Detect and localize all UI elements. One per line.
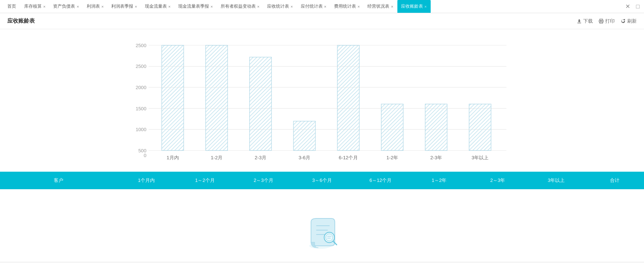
refresh-icon [621, 19, 626, 24]
svg-point-40 [326, 234, 333, 241]
svg-rect-23 [250, 57, 272, 150]
tab-ap-stat[interactable]: 应付统计表 × [297, 0, 330, 13]
col-1-2years: 1～2年 [410, 177, 468, 184]
print-button[interactable]: 打印 [599, 18, 615, 24]
svg-rect-0 [577, 23, 581, 23]
col-1month: 1个月内 [117, 177, 176, 184]
refresh-button[interactable]: 刷新 [621, 18, 637, 24]
minimize-button[interactable]: ✕ [624, 3, 632, 10]
close-tab-balance[interactable]: × [76, 4, 79, 9]
svg-rect-25 [293, 121, 315, 150]
close-tab-cashflow[interactable]: × [168, 4, 171, 9]
svg-text:2000: 2000 [136, 85, 146, 90]
close-tab-profit-quarterly[interactable]: × [135, 4, 137, 9]
chart-area: 2500 2500 2000 1500 1000 500 0 1月内 1-2月 … [0, 29, 644, 172]
col-1-2months: 1～2个月 [176, 177, 234, 184]
close-tab-expense[interactable]: × [357, 4, 360, 9]
tab-ar-aging[interactable]: 应收账龄表 × [397, 0, 431, 13]
col-2-3months: 2～3个月 [234, 177, 293, 184]
svg-text:2500: 2500 [136, 64, 146, 69]
tab-inventory[interactable]: 库存核算 × [20, 0, 49, 13]
close-tab-ar-aging[interactable]: × [424, 4, 427, 9]
tab-cashflow-quarterly[interactable]: 现金流量表季报 × [175, 0, 217, 13]
empty-state [0, 189, 644, 262]
empty-icon [300, 211, 344, 255]
col-3-6months: 3～6个月 [293, 177, 351, 184]
svg-text:1000: 1000 [136, 127, 146, 132]
close-tab-inventory[interactable]: × [43, 4, 45, 9]
close-tab-equity[interactable]: × [257, 4, 259, 9]
svg-text:2500: 2500 [136, 43, 146, 48]
svg-text:1500: 1500 [136, 106, 146, 111]
tab-profit[interactable]: 利润表 × [83, 0, 108, 13]
tab-profit-quarterly[interactable]: 利润表季报 × [108, 0, 141, 13]
col-6-12months: 6～12个月 [351, 177, 410, 184]
close-tab-operations[interactable]: × [391, 4, 393, 9]
maximize-button[interactable]: □ [634, 3, 641, 10]
svg-text:0: 0 [144, 153, 146, 158]
svg-rect-33 [469, 104, 491, 150]
close-tab-ap-stat[interactable]: × [324, 4, 326, 9]
page-title: 应收账龄表 [7, 18, 35, 24]
tab-balance[interactable]: 资产负债表 × [49, 0, 83, 13]
main-content: 2500 2500 2000 1500 1000 500 0 1月内 1-2月 … [0, 29, 644, 262]
svg-rect-31 [425, 104, 447, 150]
col-3plus-years: 3年以上 [527, 177, 585, 184]
svg-text:6-12个月: 6-12个月 [339, 155, 358, 160]
tab-bar: 首页 库存核算 × 资产负债表 × 利润表 × 利润表季报 × 现金流量表 × … [0, 0, 644, 13]
tab-ar-stat[interactable]: 应收统计表 × [263, 0, 297, 13]
close-tab-cashflow-quarterly[interactable]: × [210, 4, 213, 9]
col-2-3years: 2～3年 [468, 177, 527, 184]
close-tab-ar-stat[interactable]: × [291, 4, 293, 9]
page-header: 应收账龄表 下载 打印 刷新 [0, 13, 644, 29]
svg-rect-27 [337, 45, 359, 150]
svg-text:1-2年: 1-2年 [386, 155, 398, 160]
col-total: 合计 [585, 177, 644, 184]
download-button[interactable]: 下载 [577, 18, 593, 24]
aging-chart: 2500 2500 2000 1500 1000 500 0 1月内 1-2月 … [11, 37, 633, 168]
close-tab-profit[interactable]: × [101, 4, 104, 9]
download-icon [577, 19, 582, 24]
tab-operations[interactable]: 经营状况表 × [364, 0, 397, 13]
tab-expense[interactable]: 费用统计表 × [330, 0, 364, 13]
svg-rect-4 [600, 20, 601, 21]
svg-text:3年以上: 3年以上 [472, 155, 488, 160]
svg-rect-21 [206, 45, 228, 150]
col-customer: 客户 [0, 177, 117, 184]
header-actions: 下载 打印 刷新 [577, 18, 637, 24]
tab-cashflow[interactable]: 现金流量表 × [141, 0, 175, 13]
svg-text:2-3月: 2-3月 [255, 155, 266, 160]
svg-text:3-6月: 3-6月 [299, 155, 310, 160]
svg-rect-19 [162, 45, 184, 150]
tab-home[interactable]: 首页 [3, 3, 20, 9]
tab-equity[interactable]: 所有者权益变动表 × [217, 0, 263, 13]
svg-text:1月内: 1月内 [166, 155, 179, 160]
svg-text:1-2月: 1-2月 [211, 155, 222, 160]
table-header: 客户 1个月内 1～2个月 2～3个月 3～6个月 6～12个月 1～2年 2～… [0, 172, 644, 189]
svg-rect-29 [381, 104, 403, 150]
svg-text:2-3年: 2-3年 [430, 155, 442, 160]
print-icon [599, 19, 604, 24]
window-actions: ✕ □ [624, 3, 641, 10]
